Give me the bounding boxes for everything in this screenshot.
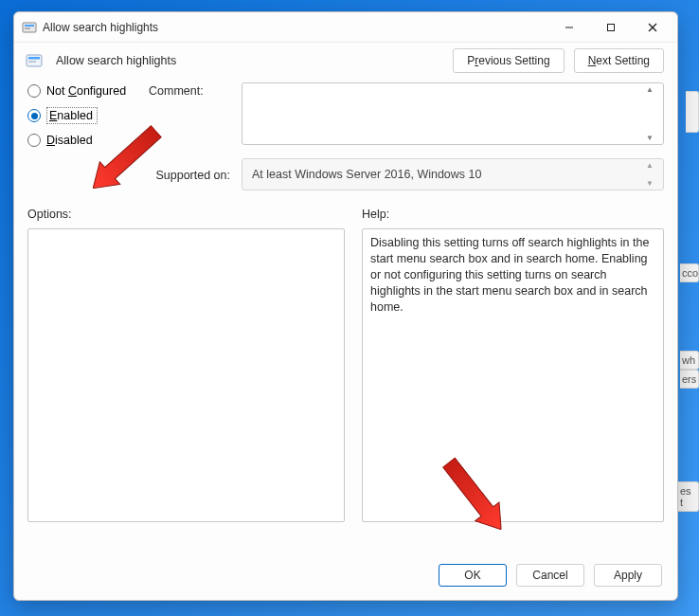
svg-rect-4 [608,24,615,30]
apply-button[interactable]: Apply [594,564,662,587]
cancel-button[interactable]: Cancel [516,564,584,587]
help-label: Help: [345,208,664,221]
text: N [588,54,597,67]
help-panel: Disabling this setting turns off search … [362,228,664,522]
svg-rect-9 [28,61,36,63]
comment-textarea[interactable]: ▲ ▼ [242,82,664,145]
minimize-button[interactable] [548,12,590,42]
supported-on-text: At least Windows Server 2016, Windows 10 [252,168,481,181]
window-controls [548,12,673,42]
section-labels: Options: Help: [27,208,664,221]
help-text: Disabling this setting turns off search … [370,236,649,314]
background-fragment: wh [680,351,699,370]
gpo-setting-icon [22,20,37,35]
background-fragment: ers [680,370,699,389]
radio-icon [27,109,41,122]
text: evious Setting [478,54,549,67]
background-fragment: cco [680,263,699,282]
radio-label: Disabled [46,134,93,147]
radio-not-configured[interactable]: Not Configured [27,84,141,98]
dialog-footer: OK Cancel Apply [14,553,677,600]
radio-icon [27,134,41,147]
radio-icon [27,84,41,98]
window-title: Allow search highlights [43,21,548,34]
comment-label: Comment: [149,82,234,98]
supported-on-box: At least Windows Server 2016, Windows 10… [242,158,664,190]
supported-on-label: Supported on: [149,167,234,182]
dialog-window: Allow search highlights Allow search hig… [13,11,678,601]
radio-enabled[interactable]: Enabled [27,107,141,124]
svg-rect-8 [28,57,40,60]
close-button[interactable] [632,12,673,42]
top-grid: Not Configured Enabled Disabled Comment:… [27,82,664,147]
background-fragment [686,91,699,133]
text: P [467,54,475,67]
previous-setting-button[interactable]: Previous Setting [453,48,564,73]
radio-label: Not Configured [46,84,126,98]
next-setting-button[interactable]: Next Setting [574,48,664,73]
supported-row: Supported on: At least Windows Server 20… [27,158,664,190]
options-label: Options: [27,208,345,221]
panels-row: Disabling this setting turns off search … [27,228,664,522]
supported-scroll[interactable]: ▲ ▼ [646,161,661,188]
chevron-down-icon: ▼ [646,179,661,188]
header-row: Allow search highlights Previous Setting… [14,43,677,82]
state-radio-group: Not Configured Enabled Disabled [27,82,141,147]
policy-title: Allow search highlights [56,54,443,67]
svg-rect-2 [25,27,30,29]
titlebar: Allow search highlights [14,12,677,43]
text: ext Setting [596,54,650,67]
options-panel[interactable] [27,228,345,522]
maximize-button[interactable] [590,12,632,42]
content-area: Not Configured Enabled Disabled Comment:… [14,82,677,553]
background-fragment: es t [678,481,699,512]
chevron-down-icon: ▼ [646,134,661,142]
chevron-up-icon: ▲ [646,161,661,170]
svg-rect-1 [25,25,34,27]
radio-label: Enabled [46,107,98,124]
policy-icon [26,52,43,69]
ok-button[interactable]: OK [439,564,507,587]
chevron-up-icon: ▲ [646,85,661,94]
comment-scroll[interactable]: ▲ ▼ [646,85,661,142]
radio-disabled[interactable]: Disabled [27,134,141,147]
